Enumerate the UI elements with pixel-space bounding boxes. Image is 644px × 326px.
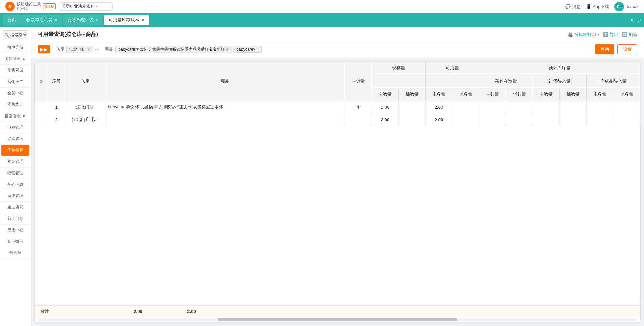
tab-home[interactable]: 首页 [3,15,21,25]
warehouse-more[interactable]: ··· [95,46,99,52]
sidebar-item-operations[interactable]: 经营管理 [0,168,31,179]
product-tag-1-close[interactable]: ✕ [226,47,229,52]
mobile-icon: 📱 [586,4,591,9]
row1-no: 1 [48,101,65,113]
export-label: 导出 [610,32,619,38]
product-tag-1[interactable]: babycare学饮杯 儿童防摔防撞吸管杯重力球吸嘴杯宝宝水杯 ✕ [115,46,232,53]
print-icon: 🖨️ [568,32,573,37]
settings-icon[interactable]: ⚙ [39,79,43,84]
horizontal-scrollbar[interactable] [38,318,637,321]
table-row: 2 江北门店【... 2.00 2.00 [35,113,640,126]
row2-stock-aux [399,113,426,126]
sidebar-item-inventory[interactable]: 库存核算 [1,145,29,156]
top-bar-left: 好 畅捷通好生意 标准版 标准版 母婴行业演示账套 ▾ [5,2,113,11]
message-icon: 💬 [565,4,571,9]
table-scroll[interactable]: ⚙ 序号 仓库 商品 主计量 [35,62,640,305]
filter-actions: 查询 设置 [595,44,637,54]
footer-label: 合计 [40,308,67,314]
sidebar-item-marketing[interactable]: 营销推广 [0,76,31,88]
footer-stock-main: 2.00 [124,309,151,314]
warehouse-tag[interactable]: 江北门店 ✕ [66,46,93,53]
scroll-thumb[interactable] [218,318,457,321]
sidebar-item-retail-stats[interactable]: 零售统计 [0,99,31,110]
sidebar-item-quick-nav-label: 快捷导航 [7,45,23,50]
product-tag-2[interactable]: babycare?... [233,46,262,53]
close-all-icon[interactable]: ✕ [630,17,634,24]
user-menu[interactable]: Ea demo2 [614,2,639,11]
sidebar-item-retail-shop[interactable]: 零售商城 [0,65,31,76]
th-purchase-transit-aux: 辅数量 [506,88,533,101]
logo-area: 好 畅捷通好生意 标准版 标准版 [5,2,56,11]
sidebar-item-guide[interactable]: 新手引导 [0,213,31,225]
product-filter: 商品 babycare学饮杯 儿童防摔防撞吸管杯重力球吸嘴杯宝宝水杯 ✕ bab… [105,46,262,53]
th-stock-main: 主数量 [372,88,399,101]
sidebar-item-member[interactable]: 会员中心 [0,88,31,99]
sidebar-item-inventory-label: 库存核算 [7,148,23,152]
sidebar-item-finance[interactable]: 资金管理 [0,156,31,168]
row1-incoming-aux [560,101,587,113]
chevron-down-icon: ▾ [597,32,600,37]
warehouse-tag-close[interactable]: ✕ [87,47,90,52]
maximize-icon[interactable]: ⤢ [637,17,641,24]
th-produced-aux: 辅数量 [613,88,640,101]
filter-toggle-btn[interactable]: ▶▶ [38,45,50,53]
warehouse-tag-text: 江北门店 [69,47,86,52]
tab-available[interactable]: 可用量库存账本 ✕ [104,15,149,25]
sidebar-item-quick-nav[interactable]: 快捷导航 [0,42,31,53]
chevron-up-icon: ▲ [22,57,26,61]
settings-btn[interactable]: 设置 [617,44,637,54]
tab-available-label: 可用量库存账本 [109,17,139,23]
th-forecast-group: 预计入库量 [479,62,640,75]
sidebar-item-system[interactable]: 系统管理 [0,190,31,202]
tab-order-label: 要货单统计表 [67,17,94,23]
sidebar-item-basic-info[interactable]: 基础信息 [0,179,31,190]
sidebar-item-wholesale-mgmt[interactable]: 批发管理 ▼ [0,110,31,122]
data-table: ⚙ 序号 仓库 商品 主计量 [35,62,640,126]
logo-text-block: 畅捷通好生意 标准版 [17,2,41,11]
sidebar-item-retail-mgmt[interactable]: 零售管理 ▲ [0,53,31,65]
tab-order[interactable]: 要货单统计表 ✕ [63,15,103,25]
page-actions: 🖨️ 按模板打印 ▾ ⬆️ 导出 🔄 刷新 [568,32,637,38]
row1-avail-aux [452,101,479,113]
row2-stock-main: 2.00 [372,113,399,126]
sidebar-search-area: 🔍 搜索菜单 [0,27,31,42]
row1-produced-main [587,101,613,113]
warehouse-tags: 江北门店 ✕ [66,46,93,53]
product-tags: babycare学饮杯 儿童防摔防撞吸管杯重力球吸嘴杯宝宝水杯 ✕ babyca… [115,46,262,53]
tab-order-close[interactable]: ✕ [96,18,99,22]
sidebar-item-purchase[interactable]: 采购管理 [0,133,31,145]
sidebar: 🔍 搜索菜单 快捷导航 零售管理 ▲ 零售商城 营销推广 会员中心 零售统计 批… [0,27,31,326]
sidebar-item-operations-label: 经营管理 [7,171,23,175]
row1-avail-main: 2.00 [426,101,452,113]
sidebar-item-vip-label: 畅会员 [9,250,21,255]
tab-receive-close[interactable]: ✕ [54,18,57,22]
table-footer: 合计 2.00 2.00 [35,305,640,317]
sidebar-item-app-center-label: 应用中心 [7,228,23,232]
app-download-btn[interactable]: 📱 App下载 [586,4,609,10]
refresh-btn[interactable]: 🔄 刷新 [622,32,637,38]
footer-avail-main: 2.00 [178,309,205,314]
tab-available-close[interactable]: ✕ [141,18,144,22]
org-selector[interactable]: 母婴行业演示账套 ▾ [59,2,113,11]
query-btn[interactable]: 查询 [595,44,614,54]
th-warehouse: 仓库 [65,62,105,101]
sidebar-item-wecom[interactable]: 企业微信 [0,236,31,247]
row1-warehouse: 江北门店 [65,101,105,113]
row2-incoming-main [533,113,560,126]
export-btn[interactable]: ⬆️ 导出 [603,32,619,38]
sidebar-item-ecommerce[interactable]: 电商管理 [0,122,31,133]
tab-receive[interactable]: 收发存汇总表 ✕ [21,15,62,25]
th-purchase-transit-main: 主数量 [479,88,506,101]
table-header-row-1: ⚙ 序号 仓库 商品 主计量 [35,62,640,75]
th-stock-group: 现存量 [372,62,426,75]
tab-bar-actions: ✕ ⤢ [630,17,641,24]
row1-settings [35,101,48,113]
sidebar-item-marketing-label: 营销推广 [7,79,23,84]
sidebar-item-app-center[interactable]: 应用中心 [0,225,31,236]
sidebar-item-vip[interactable]: 畅会员 [0,247,31,259]
sidebar-item-enterprise[interactable]: 企业协同 [0,202,31,213]
message-btn[interactable]: 💬 消息 [565,4,581,10]
row1-stock-main: 2.00 [372,101,399,113]
search-menu-btn[interactable]: 🔍 搜索菜单 [3,30,28,40]
template-print-btn[interactable]: 🖨️ 按模板打印 ▾ [568,32,600,38]
